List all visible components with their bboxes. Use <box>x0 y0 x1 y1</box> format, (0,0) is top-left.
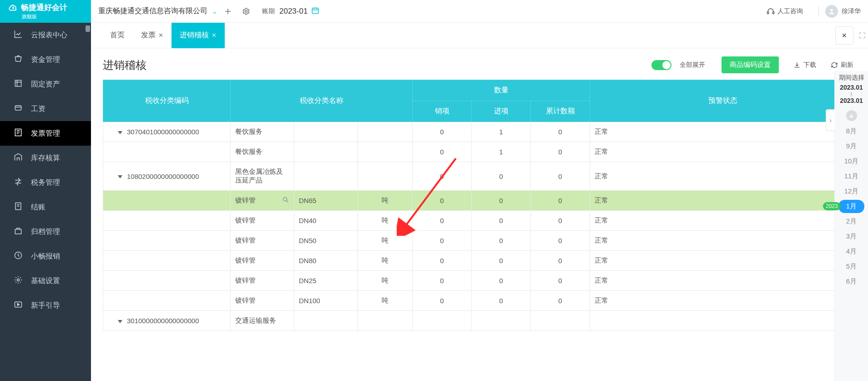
svg-rect-1 <box>313 8 319 14</box>
fullscreen-button[interactable]: ⛶ <box>856 32 868 39</box>
rail-month-9月[interactable]: 9月 <box>835 139 868 154</box>
settings-button[interactable] <box>238 4 254 19</box>
table-row[interactable]: 镀锌管DN80吨000正常 <box>103 251 856 271</box>
download-icon <box>793 61 801 69</box>
expand-all-label: 全部展开 <box>680 61 705 69</box>
search-icon[interactable] <box>282 196 289 205</box>
sidebar-item-8[interactable]: 归档管理 <box>0 219 91 244</box>
sidebar-item-4[interactable]: 发票管理 <box>0 121 91 146</box>
tab-1[interactable]: 发票✕ <box>133 23 172 48</box>
company-selector[interactable]: 重庆畅捷通交通信息咨询有限公司 ⌄ <box>98 6 217 16</box>
th-sales: 销项 <box>413 101 472 122</box>
sidebar-label: 工资 <box>31 104 45 114</box>
audit-table: 税收分类编码 税收分类名称 数量 预警状态 销项 进项 累计数额 3070401… <box>103 80 856 331</box>
rail-collapse-handle[interactable]: › <box>826 109 835 131</box>
sidebar-icon <box>14 128 23 139</box>
table-row[interactable]: 餐饮服务010正常 <box>103 142 856 162</box>
tab-0[interactable]: 首页 <box>102 23 133 48</box>
th-tax-code: 税收分类编码 <box>103 80 231 122</box>
sidebar-label: 税务管理 <box>31 178 60 188</box>
scrollbar-thumb[interactable] <box>86 25 90 32</box>
tree-arrow-icon[interactable] <box>118 320 122 323</box>
add-button[interactable] <box>220 4 236 19</box>
rail-range: 2023.01 | 2023.01 <box>840 84 863 105</box>
sidebar-icon <box>14 54 23 65</box>
table-row[interactable]: 3070401000000000000餐饮服务010正常 <box>103 122 856 142</box>
sidebar-label: 小畅报销 <box>31 252 60 261</box>
rail-month-8月[interactable]: 8月 <box>835 124 868 139</box>
th-quantity: 数量 <box>413 80 590 101</box>
support-link[interactable]: 人工咨询 <box>767 7 803 15</box>
sidebar-item-0[interactable]: 云报表中心 <box>0 23 91 47</box>
page-header: 进销稽核 全部展开 商品编码设置 下载 刷新 <box>91 48 868 80</box>
svg-rect-7 <box>15 129 21 136</box>
sidebar-item-1[interactable]: 资金管理 <box>0 47 91 72</box>
th-purchase: 进项 <box>472 101 531 122</box>
sidebar-item-2[interactable]: 固定资产 <box>0 72 91 97</box>
rail-month-6月[interactable]: 6月 <box>835 274 868 289</box>
download-button[interactable]: 下载 <box>793 61 816 69</box>
topbar: 畅捷通好会计 旗舰版 重庆畅捷通交通信息咨询有限公司 ⌄ 账期 2023-01 … <box>0 0 868 23</box>
table-row[interactable]: 镀锌管DN100吨000正常 <box>103 291 856 311</box>
sidebar-icon <box>14 79 23 90</box>
sidebar-item-9[interactable]: 小畅报销 <box>0 244 91 269</box>
table-row[interactable]: 镀锌管DN50吨000正常 <box>103 231 856 251</box>
svg-rect-6 <box>15 106 21 110</box>
sidebar-icon <box>14 275 23 286</box>
table-row[interactable]: 镀锌管DN65吨000正常 <box>103 191 856 211</box>
svg-point-4 <box>830 9 833 11</box>
period-rail: › 期间选择 2023.01 | 2023.01 ▲ 8月9月10月11月12月… <box>834 71 868 381</box>
sidebar-item-10[interactable]: 基础设置 <box>0 269 91 293</box>
sidebar-icon <box>14 177 23 188</box>
sidebar-label: 发票管理 <box>31 129 60 138</box>
svg-rect-2 <box>767 11 769 14</box>
sidebar-label: 归档管理 <box>31 227 60 237</box>
rail-month-4月[interactable]: 4月 <box>835 244 868 259</box>
refresh-icon <box>831 61 838 69</box>
sidebar-item-5[interactable]: 库存核算 <box>0 146 91 170</box>
tab-2[interactable]: 进销稽核✕ <box>172 23 225 48</box>
sidebar-label: 固定资产 <box>31 80 60 89</box>
brand-name: 畅捷通好会计 <box>21 2 67 13</box>
chevron-down-icon: ⌄ <box>212 8 217 15</box>
rail-month-3月[interactable]: 3月 <box>835 229 868 244</box>
rail-scroll-up[interactable]: ▲ <box>846 110 857 121</box>
table-row[interactable]: 3010000000000000000交通运输服务 <box>103 311 856 331</box>
refresh-button[interactable]: 刷新 <box>831 61 853 69</box>
rail-month-1月[interactable]: 1月2023 <box>838 200 864 213</box>
calendar-icon[interactable] <box>311 6 319 16</box>
table-row[interactable]: 镀锌管DN25吨000正常 <box>103 271 856 291</box>
sidebar-label: 库存核算 <box>31 153 60 163</box>
svg-rect-5 <box>15 80 21 86</box>
tab-close-icon[interactable]: ✕ <box>212 32 217 39</box>
svg-rect-3 <box>773 11 774 14</box>
rail-month-2月[interactable]: 2月 <box>835 214 868 229</box>
user-menu[interactable]: 徐泽华 <box>825 5 861 18</box>
rail-month-12月[interactable]: 12月 <box>835 184 868 199</box>
sidebar-label: 结账 <box>31 203 45 212</box>
product-code-settings-button[interactable]: 商品编码设置 <box>722 56 779 73</box>
tab-close-icon[interactable]: ✕ <box>158 32 163 39</box>
svg-point-12 <box>283 198 287 201</box>
rail-month-5月[interactable]: 5月 <box>835 259 868 274</box>
expand-all-toggle[interactable] <box>651 60 671 70</box>
sidebar-label: 新手引导 <box>31 301 60 310</box>
period-value: 2023-01 <box>279 7 308 16</box>
table-row[interactable]: 镀锌管DN40吨000正常 <box>103 211 856 231</box>
sidebar-item-6[interactable]: 税务管理 <box>0 170 91 195</box>
rail-month-10月[interactable]: 10月 <box>835 154 868 169</box>
brand-block: 畅捷通好会计 旗舰版 <box>0 0 91 23</box>
sidebar-item-11[interactable]: 新手引导 <box>0 293 91 318</box>
tree-arrow-icon[interactable] <box>118 131 122 134</box>
rail-month-11月[interactable]: 11月 <box>835 169 868 184</box>
rail-year-badge: 2023 <box>823 202 841 210</box>
headset-icon <box>767 7 775 15</box>
table-row[interactable]: 1080200000000000000黑色金属冶炼及压延产品000正常 <box>103 162 856 191</box>
period-label: 账期 <box>262 7 275 15</box>
tree-arrow-icon[interactable] <box>118 175 122 178</box>
sidebar-item-7[interactable]: 结账 <box>0 195 91 219</box>
sidebar-item-3[interactable]: 工资 <box>0 97 91 121</box>
close-all-tabs-button[interactable]: ✕ <box>835 26 853 45</box>
page-title: 进销稽核 <box>103 58 146 72</box>
table-container: 税收分类编码 税收分类名称 数量 预警状态 销项 进项 累计数额 3070401… <box>91 80 868 381</box>
